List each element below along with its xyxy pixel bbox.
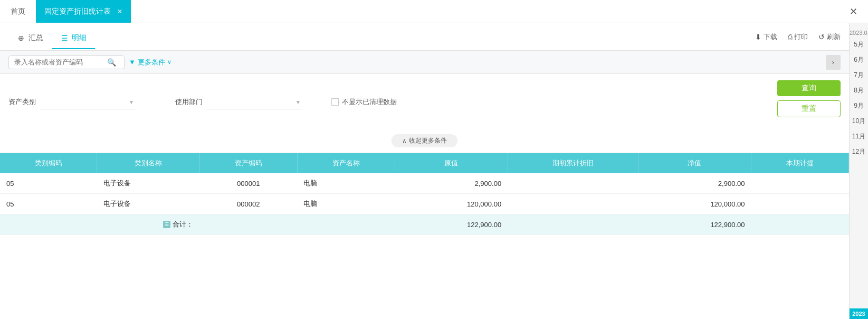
total-icon: ☰: [163, 221, 170, 228]
window-close-icon[interactable]: ✕: [850, 6, 857, 17]
hide-cleared-label: 不显示已清理数据: [342, 97, 397, 107]
table-row: 05 电子设备 000002 电脑 120,000.00 120,000.00: [0, 194, 849, 214]
table-body: 05 电子设备 000001 电脑 2,900.00 2,900.00 05 电…: [0, 173, 849, 235]
cell-net-value-2: 120,000.00: [638, 194, 751, 214]
cell-acc-dep-2: [508, 194, 638, 214]
cell-category-code-2: 05: [0, 194, 97, 214]
total-acc-dep: [508, 214, 638, 235]
cell-asset-name-1: 电脑: [297, 173, 395, 194]
more-conditions-btn[interactable]: ▼ 更多条件 ∨: [129, 58, 171, 67]
reset-button[interactable]: 重置: [777, 100, 841, 117]
col-category-name: 类别名称: [97, 153, 200, 173]
total-curr-dep: [751, 214, 848, 235]
total-empty-4: [297, 214, 395, 235]
col-current-depreciation: 本期计提: [751, 153, 848, 173]
collapse-btn[interactable]: ∧ 收起更多条件: [392, 134, 457, 147]
asset-category-select-wrap: ▼: [40, 95, 135, 109]
cell-original-value-1: 2,900.00: [395, 173, 508, 194]
sidebar-month-11[interactable]: 11月: [850, 129, 868, 144]
asset-category-label: 资产类别: [8, 97, 36, 107]
tab-label: 固定资产折旧统计表: [44, 7, 111, 16]
tab-summary[interactable]: ⊕ 汇总: [8, 30, 52, 49]
collapse-bar: ∧ 收起更多条件: [8, 130, 841, 153]
more-conditions-label: 更多条件: [138, 58, 165, 67]
sidebar-year-badge[interactable]: 2023: [850, 308, 868, 319]
collapse-search-btn[interactable]: ›: [826, 55, 841, 70]
cell-curr-dep-1: [751, 173, 848, 194]
collapse-up-icon: ∧: [402, 137, 407, 145]
active-tab[interactable]: 固定资产折旧统计表 ✕: [36, 0, 131, 23]
asset-category-group: 资产类别 ▼: [8, 95, 135, 109]
print-icon: ⎙: [788, 33, 792, 41]
table-wrap: 类别编码 类别名称 资产编码 资产名称 原值 期初累计折旧 净值 本期计提 05…: [0, 153, 849, 319]
refresh-label: 刷新: [827, 32, 841, 42]
department-select-wrap: ▼: [207, 95, 302, 109]
download-icon: ⬇: [755, 33, 761, 41]
asset-table: 类别编码 类别名称 资产编码 资产名称 原值 期初累计折旧 净值 本期计提 05…: [0, 153, 849, 235]
cell-curr-dep-2: [751, 194, 848, 214]
toolbar: ⬇ 下载 ⎙ 打印 ↺ 刷新: [755, 32, 841, 46]
sidebar-month-5[interactable]: 5月: [850, 37, 868, 52]
col-original-value: 原值: [395, 153, 508, 173]
col-category-code: 类别编码: [0, 153, 97, 173]
hide-cleared-checkbox[interactable]: [331, 98, 339, 106]
collapse-label: 收起更多条件: [409, 136, 447, 145]
total-row: ☰ 合计： 122,900.00 122,900.00: [0, 214, 849, 235]
query-button[interactable]: 查询: [777, 80, 841, 96]
chevron-down-icon: ∨: [167, 59, 171, 65]
col-asset-code: 资产编码: [199, 153, 297, 173]
col-accumulated-depreciation: 期初累计折旧: [508, 153, 638, 173]
filter-actions: 查询 重置: [777, 80, 841, 117]
sidebar-date-label: 2023.01: [850, 27, 868, 37]
tab-detail-label: 明细: [72, 33, 87, 43]
asset-category-select[interactable]: [40, 95, 135, 109]
search-input-wrap[interactable]: 🔍: [8, 55, 125, 69]
total-net-value: 122,900.00: [638, 214, 751, 235]
col-net-value: 净值: [638, 153, 751, 173]
department-select[interactable]: [207, 95, 302, 109]
search-icon: 🔍: [107, 58, 116, 67]
search-input[interactable]: [14, 58, 104, 66]
sidebar-month-12[interactable]: 12月: [850, 144, 868, 160]
cell-category-code-1: 05: [0, 173, 97, 194]
sidebar-month-9[interactable]: 9月: [850, 98, 868, 114]
refresh-btn[interactable]: ↺ 刷新: [818, 32, 841, 42]
sub-tabs: ⊕ 汇总 ☰ 明细 ⬇ 下载 ⎙ 打印 ↺ 刷新: [0, 23, 849, 51]
table-header: 类别编码 类别名称 资产编码 资产名称 原值 期初累计折旧 净值 本期计提: [0, 153, 849, 173]
print-btn[interactable]: ⎙ 打印: [788, 32, 808, 42]
sidebar-month-7[interactable]: 7月: [850, 68, 868, 83]
cell-category-name-2: 电子设备: [97, 194, 200, 214]
col-asset-name: 资产名称: [297, 153, 395, 173]
refresh-icon: ↺: [818, 33, 825, 41]
tab-detail[interactable]: ☰ 明细: [52, 30, 95, 49]
cell-net-value-1: 2,900.00: [638, 173, 751, 194]
filter-panel: 资产类别 ▼ 使用部门 ▼: [0, 74, 849, 153]
cell-acc-dep-1: [508, 173, 638, 194]
sidebar-month-8[interactable]: 8月: [850, 83, 868, 98]
total-label-text: 合计：: [173, 220, 193, 229]
filter-row: 资产类别 ▼ 使用部门 ▼: [8, 80, 841, 124]
table-row: 05 电子设备 000001 电脑 2,900.00 2,900.00: [0, 173, 849, 194]
right-arrow-icon: ›: [832, 58, 834, 66]
sidebar-month-6[interactable]: 6月: [850, 52, 868, 68]
main-content: ⊕ 汇总 ☰ 明细 ⬇ 下载 ⎙ 打印 ↺ 刷新: [0, 23, 868, 319]
filter-icon: ▼: [129, 58, 136, 66]
cell-asset-code-2: 000002: [199, 194, 297, 214]
summary-icon: ⊕: [17, 34, 25, 42]
cell-original-value-2: 120,000.00: [395, 194, 508, 214]
detail-icon: ☰: [60, 34, 69, 42]
total-label-wrap: ☰ 合计：: [103, 220, 194, 229]
total-empty-1: [0, 214, 97, 235]
department-label: 使用部门: [175, 97, 203, 107]
hide-cleared-group: 不显示已清理数据: [331, 97, 397, 107]
tab-close-icon[interactable]: ✕: [117, 8, 122, 15]
download-btn[interactable]: ⬇ 下载: [755, 32, 777, 42]
cell-asset-code-1: 000001: [199, 173, 297, 194]
cell-asset-name-2: 电脑: [297, 194, 395, 214]
print-label: 打印: [794, 32, 808, 42]
nav-home[interactable]: 首页: [0, 7, 36, 16]
total-original-value: 122,900.00: [395, 214, 508, 235]
sidebar-month-10[interactable]: 10月: [850, 114, 868, 129]
top-nav-right: ✕: [850, 6, 868, 17]
tab-summary-label: 汇总: [28, 33, 43, 43]
